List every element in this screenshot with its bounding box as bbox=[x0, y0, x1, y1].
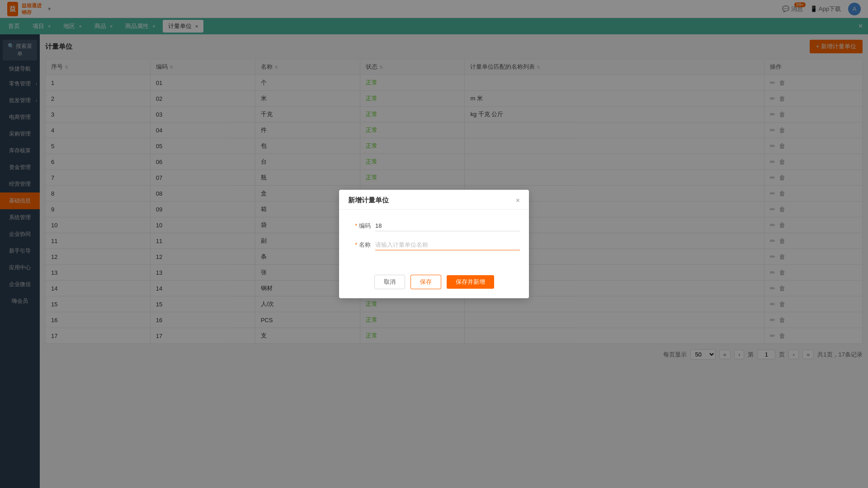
modal-header: 新增计量单位 × bbox=[339, 190, 529, 210]
add-unit-modal: 新增计量单位 × * 编码 * 名称 取消 保存 保存并新增 bbox=[339, 190, 529, 298]
save-and-new-button[interactable]: 保存并新增 bbox=[447, 275, 494, 289]
name-input[interactable] bbox=[375, 239, 520, 250]
required-mark: * bbox=[355, 222, 357, 229]
modal-title: 新增计量单位 bbox=[348, 196, 389, 205]
modal-body: * 编码 * 名称 bbox=[339, 210, 529, 269]
modal-overlay[interactable]: 新增计量单位 × * 编码 * 名称 取消 保存 保存并新增 bbox=[0, 0, 868, 488]
required-mark-2: * bbox=[355, 241, 357, 248]
modal-close-btn[interactable]: × bbox=[516, 197, 520, 205]
save-button[interactable]: 保存 bbox=[410, 275, 441, 289]
form-row-code: * 编码 bbox=[348, 221, 520, 231]
cancel-button[interactable]: 取消 bbox=[374, 275, 405, 289]
form-row-name: * 名称 bbox=[348, 239, 520, 250]
modal-footer: 取消 保存 保存并新增 bbox=[339, 269, 529, 298]
code-label: * 编码 bbox=[348, 222, 375, 230]
name-label: * 名称 bbox=[348, 241, 375, 249]
code-input[interactable] bbox=[375, 221, 520, 231]
